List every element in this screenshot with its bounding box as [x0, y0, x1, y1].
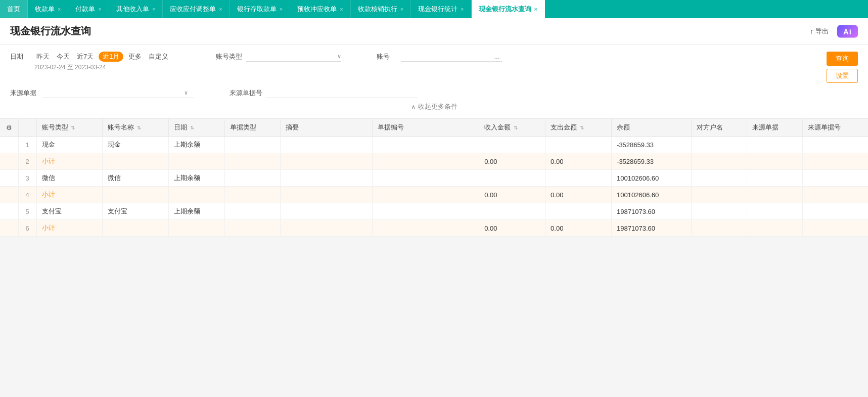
shortcut-today[interactable]: 今天: [55, 52, 72, 62]
col-source-doc-no: 来源单据号: [803, 119, 868, 137]
col-doc-type-label: 单据类型: [230, 123, 256, 131]
col-account-name[interactable]: 账号名称 ⇅: [103, 119, 169, 137]
nav-item-other-income[interactable]: 其他收入单 ×: [109, 0, 163, 18]
col-account-type[interactable]: 账号类型 ⇅: [36, 119, 103, 137]
shortcut-7days[interactable]: 近7天: [75, 52, 96, 62]
data-table-container: ⚙ 账号类型 ⇅ 账号名称 ⇅ 日期 ⇅ 单据类型: [0, 119, 868, 237]
col-settings[interactable]: ⚙: [0, 119, 18, 137]
gear-icon[interactable]: ⚙: [6, 124, 12, 131]
nav-item-bank-stats[interactable]: 现金银行统计 ×: [411, 0, 471, 18]
cell-summary: [281, 203, 372, 220]
table-row: 3微信微信上期余额100102606.60: [0, 170, 868, 187]
cell-counterparty: [691, 137, 747, 153]
table-body: 1现金现金上期余额-3528659.332小计0.000.00-3528659.…: [0, 137, 868, 237]
account-type-label: 账号类型: [216, 52, 242, 61]
sort-account-name-icon[interactable]: ⇅: [137, 125, 141, 130]
nav-item-receipt[interactable]: 收款单 ×: [28, 0, 68, 18]
date-filter-block: 日期 昨天 今天 近7天 近1月 更多 自定义 2023-02-24 至 202…: [10, 52, 170, 72]
account-input[interactable]: [401, 52, 492, 61]
cell-balance: -3528659.33: [612, 137, 691, 153]
source-doc-no-input[interactable]: [266, 88, 408, 98]
nav-label-advance: 预收冲应收单: [297, 5, 337, 14]
shortcut-yesterday[interactable]: 昨天: [34, 52, 52, 62]
col-expense-label: 支出金额: [551, 123, 577, 131]
export-icon: ↑: [810, 27, 813, 35]
cell-account-type: 微信: [36, 170, 103, 187]
cell-counterparty: [691, 203, 747, 220]
col-doc-no: 单据编号: [372, 119, 479, 137]
shortcut-1month[interactable]: 近1月: [99, 52, 123, 62]
cell-account-name: 微信: [103, 170, 169, 187]
date-range-display: 2023-02-24 至 2023-03-24: [34, 64, 106, 71]
export-button[interactable]: ↑ 导出: [810, 27, 829, 36]
nav-close-bank-stats[interactable]: ×: [461, 6, 464, 12]
account-type-dropdown-icon[interactable]: ∨: [337, 53, 341, 60]
cell-counterparty: [691, 153, 747, 170]
cell-income: [479, 170, 545, 187]
nav-close-write-off[interactable]: ×: [400, 6, 403, 12]
nav-close-bank-deposit[interactable]: ×: [280, 6, 283, 12]
nav-close-receipt[interactable]: ×: [58, 6, 61, 12]
ai-badge[interactable]: Ai: [837, 25, 858, 37]
cell-expense: 0.00: [545, 153, 612, 170]
cell-source-doc: [747, 187, 802, 203]
nav-item-bank-deposit[interactable]: 银行存取款单 ×: [230, 0, 290, 18]
nav-item-write-off[interactable]: 收款核销执行 ×: [351, 0, 411, 18]
cell-doc-type: [224, 153, 280, 170]
settings-button[interactable]: 设置: [827, 69, 858, 83]
col-expense[interactable]: 支出金额 ⇅: [545, 119, 612, 137]
col-income[interactable]: 收入金额 ⇅: [479, 119, 545, 137]
cell-income: [479, 203, 545, 220]
cell-source-doc: [747, 203, 802, 220]
nav-close-advance[interactable]: ×: [340, 6, 343, 12]
account-more-icon[interactable]: ...: [494, 53, 499, 60]
collapse-button[interactable]: ∧ 收起更多条件: [10, 100, 858, 113]
sort-income-icon[interactable]: ⇅: [514, 125, 518, 130]
query-button[interactable]: 查询: [827, 52, 858, 66]
cell-balance: 19871073.60: [612, 203, 691, 220]
cell-income: 0.00: [479, 153, 545, 170]
nav-item-bank-flow[interactable]: 现金银行流水查询 ×: [472, 0, 545, 18]
col-summary: 摘要: [281, 119, 372, 137]
cell-account-name: 现金: [103, 137, 169, 153]
cell-seq: 6: [18, 220, 36, 237]
cell-income: 0.00: [479, 187, 545, 203]
cell-account-type: 小计: [36, 187, 103, 203]
sort-expense-icon[interactable]: ⇅: [580, 125, 584, 130]
filter-buttons: 查询 设置: [827, 52, 858, 83]
sort-account-type-icon[interactable]: ⇅: [71, 125, 75, 130]
col-account-name-label: 账号名称: [108, 123, 134, 131]
table-row: 6小计0.000.0019871073.60: [0, 220, 868, 237]
col-income-label: 收入金额: [484, 123, 511, 131]
cell-date: 上期余额: [169, 203, 224, 220]
cell-expense: [545, 203, 612, 220]
top-navigation: 首页 收款单 × 付款单 × 其他收入单 × 应收应付调整单 × 银行存取款单 …: [0, 0, 868, 18]
nav-close-bank-flow[interactable]: ×: [534, 6, 537, 12]
nav-close-payment[interactable]: ×: [98, 6, 101, 12]
nav-item-advance[interactable]: 预收冲应收单 ×: [290, 0, 350, 18]
source-doc-input[interactable]: [42, 88, 184, 98]
cell-balance: 100102606.60: [612, 170, 691, 187]
shortcut-more[interactable]: 更多: [126, 52, 144, 62]
shortcut-custom[interactable]: 自定义: [147, 52, 170, 62]
cell-account-type: 现金: [36, 137, 103, 153]
cell-seq: 1: [18, 137, 36, 153]
cell-source-doc: [747, 170, 802, 187]
sort-date-icon[interactable]: ⇅: [190, 125, 194, 130]
cell-income: 0.00: [479, 220, 545, 237]
nav-item-payment[interactable]: 付款单 ×: [68, 0, 109, 18]
cell-account-name: 支付宝: [103, 203, 169, 220]
col-date[interactable]: 日期 ⇅: [169, 119, 224, 137]
nav-item-adjustment[interactable]: 应收应付调整单 ×: [163, 0, 230, 18]
cell-seq: 2: [18, 153, 36, 170]
source-doc-dropdown-icon[interactable]: ∨: [184, 90, 188, 96]
cell-source-doc: [747, 153, 802, 170]
account-type-input[interactable]: [246, 52, 337, 61]
nav-close-other-income[interactable]: ×: [152, 6, 155, 12]
cell-summary: [281, 153, 372, 170]
cell-seq: 5: [18, 203, 36, 220]
col-source-doc: 来源单据: [747, 119, 802, 137]
nav-close-adjustment[interactable]: ×: [219, 6, 222, 12]
nav-label-home: 首页: [7, 5, 20, 14]
nav-item-home[interactable]: 首页: [0, 0, 28, 18]
